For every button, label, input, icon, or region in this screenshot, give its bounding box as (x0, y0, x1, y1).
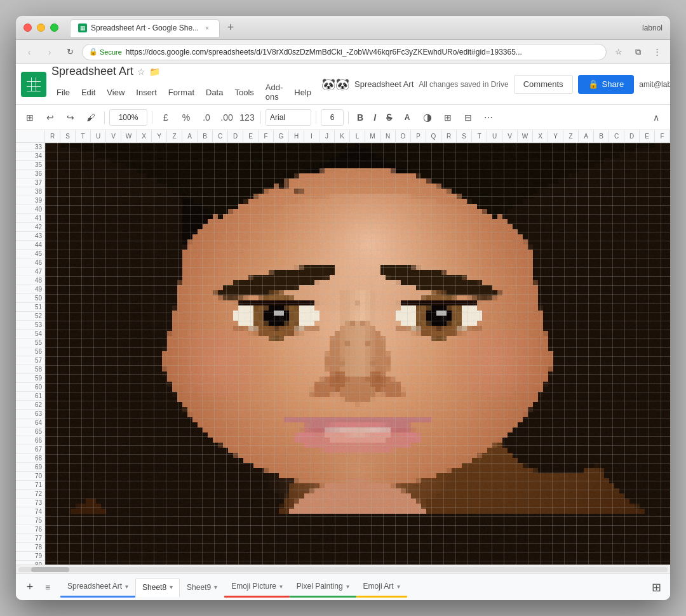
zoom-selector[interactable]: 100% (109, 109, 147, 126)
col-header-40: F (655, 130, 670, 142)
borders-button[interactable]: ⊞ (439, 109, 457, 126)
menu-file[interactable]: File (51, 86, 75, 99)
print-button[interactable]: ⊞ (21, 109, 39, 126)
minimize-button[interactable] (37, 23, 45, 32)
col-header-28: T (472, 130, 487, 142)
tab-close-button[interactable]: × (203, 23, 212, 32)
col-header-4: V (106, 130, 121, 142)
star-icon[interactable]: ☆ (137, 67, 145, 77)
row-header-41: 41 (16, 214, 44, 223)
col-header-3: U (91, 130, 106, 142)
menu-view[interactable]: View (102, 86, 130, 99)
sheets-title-row: Spreadsheet Art ☆ 📁 (51, 65, 316, 78)
back-button[interactable]: ‹ (21, 44, 37, 60)
new-sheet-right-button[interactable]: ⊞ (647, 579, 665, 596)
font-selector[interactable]: Arial (266, 109, 311, 126)
menu-tools[interactable]: Tools (229, 86, 259, 99)
browser-tab[interactable]: Spreadsheet Art - Google She... × (70, 19, 220, 37)
dec2-button[interactable]: .00 (218, 109, 236, 126)
tab-sheet9[interactable]: Sheet9 ▾ (180, 578, 224, 597)
strikethrough-button[interactable]: S̶ (382, 109, 396, 126)
tab-emoji-picture-underline (224, 596, 290, 598)
tab-emoji-picture-dropdown[interactable]: ▾ (279, 583, 283, 590)
row-header-72: 72 (16, 490, 44, 499)
col-header-30: V (502, 130, 518, 142)
tab-emoji-art[interactable]: Emoji Art ▾ (356, 577, 407, 596)
merge-button[interactable]: ⊟ (459, 109, 477, 126)
window-title-right: labnol (642, 23, 662, 32)
tab-sheet8[interactable]: Sheet8 ▾ (135, 578, 180, 597)
share-button[interactable]: 🔒 Share (578, 75, 635, 94)
extensions-button[interactable]: ⧉ (629, 44, 646, 60)
row-header-79: 79 (16, 552, 44, 561)
tab-emoji-art-dropdown[interactable]: ▾ (397, 583, 400, 590)
col-header-0: R (45, 130, 60, 142)
row-header-76: 76 (16, 525, 44, 534)
col-header-9: A (182, 130, 198, 142)
tab-pixel-painting-dropdown[interactable]: ▾ (346, 583, 349, 590)
redo-button[interactable]: ↪ (62, 109, 79, 126)
addon-emoji-icons: 🐼🐼 (321, 77, 349, 91)
percent-button[interactable]: % (177, 109, 195, 126)
user-info[interactable]: amit@labnol.org ▾ (639, 80, 670, 89)
row-header-33: 33 (16, 143, 44, 152)
text-color-button[interactable]: A (398, 109, 416, 126)
folder-icon[interactable]: 📁 (149, 67, 160, 77)
menu-addons[interactable]: Add-ons (260, 81, 288, 104)
tab-sheet9-dropdown[interactable]: ▾ (214, 584, 217, 591)
menu-data[interactable]: Data (201, 86, 228, 99)
more-button[interactable]: ⋯ (480, 109, 497, 126)
row-header-78: 78 (16, 543, 44, 552)
menu-insert[interactable]: Insert (131, 86, 162, 99)
address-bar[interactable]: 🔒 Secure https://docs.google.com/spreads… (82, 44, 607, 60)
col-header-31: W (518, 130, 533, 142)
menu-format[interactable]: Format (163, 86, 199, 99)
comments-button[interactable]: Comments (514, 75, 573, 94)
sheets-menu: File Edit View Insert Format Data Tools … (51, 81, 316, 104)
undo-button[interactable]: ↩ (41, 109, 59, 126)
row-header-35: 35 (16, 161, 44, 170)
forward-button[interactable]: › (41, 44, 58, 60)
scrollbar-thumb[interactable] (31, 567, 69, 572)
close-button[interactable] (24, 23, 32, 32)
bold-button[interactable]: B (353, 109, 367, 126)
tab-spreadsheet-art-dropdown[interactable]: ▾ (125, 583, 128, 590)
add-sheet-button[interactable]: + (21, 579, 39, 596)
tab-spreadsheet-art[interactable]: Spreadsheet Art ▾ (60, 577, 135, 596)
collapse-button[interactable]: ∧ (647, 109, 665, 126)
refresh-button[interactable]: ↻ (62, 44, 78, 60)
row-header-44: 44 (16, 241, 44, 250)
nav-bar: ‹ › ↻ 🔒 Secure https://docs.google.com/s… (16, 40, 670, 64)
bookmark-star-button[interactable]: ☆ (610, 44, 627, 60)
format-button[interactable]: 123 (238, 109, 256, 126)
tab-sheet8-dropdown[interactable]: ▾ (170, 584, 173, 591)
horizontal-scrollbar[interactable] (16, 565, 670, 573)
tab-pixel-painting[interactable]: Pixel Painting ▾ (290, 577, 356, 596)
col-header-38: D (624, 130, 640, 142)
sheet-menu-button[interactable]: ≡ (39, 579, 57, 596)
col-header-18: J (319, 130, 335, 142)
col-header-34: Z (563, 130, 579, 142)
paint-format-button[interactable]: 🖌 (82, 109, 100, 126)
menu-edit[interactable]: Edit (76, 86, 100, 99)
new-tab-button[interactable]: + (222, 20, 239, 36)
highlight-color-button[interactable]: ◑ (419, 109, 436, 126)
row-header-75: 75 (16, 516, 44, 525)
currency-button[interactable]: £ (157, 109, 175, 126)
tab-wrapper-sheet9: Sheet9 ▾ (180, 578, 224, 597)
title-bar: Spreadsheet Art - Google She... × + labn… (16, 16, 670, 40)
menu-help[interactable]: Help (289, 86, 316, 99)
tab-sheet8-label: Sheet8 (142, 583, 166, 592)
dec1-button[interactable]: .0 (198, 109, 215, 126)
maximize-button[interactable] (50, 23, 58, 32)
browser-menu-button[interactable]: ⋮ (649, 44, 665, 60)
toolbar: ⊞ ↩ ↪ 🖌 100% £ % .0 .00 123 Arial 6 B I … (16, 105, 670, 130)
tab-emoji-picture[interactable]: Emoji Picture ▾ (224, 577, 290, 596)
sheets-logo (21, 72, 46, 97)
col-header-15: G (274, 130, 289, 142)
share-label: Share (602, 79, 624, 89)
sheets-header-right: 🐼🐼 Spreadsheet Art All changes saved in … (321, 75, 670, 94)
italic-button[interactable]: I (370, 109, 380, 126)
row-header-58: 58 (16, 365, 44, 374)
font-size-selector[interactable]: 6 (321, 109, 344, 126)
